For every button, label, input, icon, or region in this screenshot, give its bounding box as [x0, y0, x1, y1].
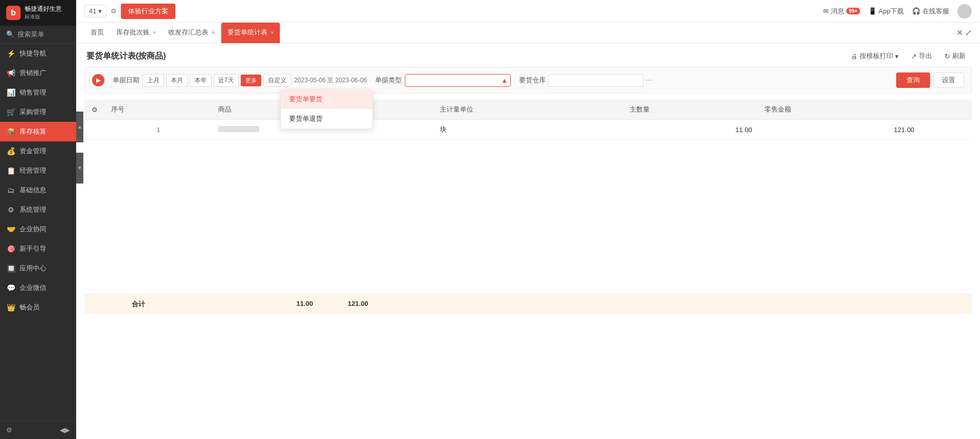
sidebar-item-system[interactable]: ⚙ 系统管理: [0, 200, 76, 220]
sidebar-icon-operations: 📋: [6, 166, 15, 175]
sidebar-item-basic-info[interactable]: 🗂 基础信息: [0, 180, 76, 200]
filter-date-year-btn[interactable]: 本年: [190, 74, 211, 87]
dropdown-item-order-goods[interactable]: 要货单要货: [281, 89, 372, 109]
sidebar-label-enterprise-wechat: 企业微信: [20, 283, 46, 292]
sidebar-icon-finance: 💰: [6, 147, 15, 156]
user-avatar[interactable]: [957, 4, 972, 19]
tab-order-summary[interactable]: 要货单统计表×: [221, 23, 280, 43]
footer-qty: 11.00: [296, 300, 348, 309]
tab-home[interactable]: 首页: [84, 23, 110, 43]
filter-query-btn[interactable]: 查询: [896, 72, 930, 88]
store-selector[interactable]: 41 ▾: [84, 5, 106, 17]
tab-close-all-icon[interactable]: ✕: [956, 28, 963, 38]
sidebar-scroll-down[interactable]: ▼: [76, 153, 83, 184]
sidebar-scroll-up[interactable]: ▲: [76, 112, 83, 142]
sidebar-item-app-center[interactable]: 🔲 应用中心: [0, 259, 76, 278]
sidebar-label-guide: 新手引导: [20, 244, 46, 253]
filter-date-7days-btn[interactable]: 近7天: [213, 74, 239, 87]
filter-date-up-btn[interactable]: 上月: [142, 74, 164, 87]
sidebar-icon-guide: 🎯: [6, 244, 15, 253]
th-num: 序号: [105, 100, 212, 120]
data-table: ⚙ 序号 商品 主计量单位 主数量 零售金额 1 块 11.00: [84, 100, 972, 140]
page-actions: 🖨 按模板打印 ▾ ↗ 导出 ↻ 刷新: [847, 49, 970, 63]
page-header: 要货单统计表(按商品) 🖨 按模板打印 ▾ ↗ 导出 ↻ 刷新: [76, 43, 980, 67]
print-btn[interactable]: 🖨 按模板打印 ▾: [847, 49, 903, 63]
filter-action-btns: 查询 设置: [896, 72, 964, 88]
tab-close-order-summary[interactable]: ×: [271, 29, 274, 35]
sidebar-item-operations[interactable]: 📋 经营管理: [0, 161, 76, 180]
sidebar-item-finance[interactable]: 💰 资金管理: [0, 141, 76, 161]
table-body: 1 块 11.00 121.00: [84, 120, 972, 140]
export-btn[interactable]: ↗ 导出: [907, 49, 936, 63]
filter-type-select[interactable]: ▲: [405, 74, 511, 87]
th-settings[interactable]: ⚙: [84, 100, 105, 120]
td-amount-0: 121.00: [758, 120, 920, 140]
filter-more-icon[interactable]: ···: [646, 76, 652, 85]
filter-warehouse-input[interactable]: [548, 74, 644, 87]
sidebar-search-label: 搜索菜单: [17, 30, 44, 39]
page-title: 要货单统计表(按商品): [86, 51, 166, 62]
sidebar-bottom: ⚙ ◀▶: [0, 420, 76, 439]
th-unit: 主计量单位: [434, 100, 623, 120]
sidebar-item-enterprise-wechat[interactable]: 💬 企业微信: [0, 278, 76, 298]
sidebar-settings-icon[interactable]: ⚙: [6, 426, 12, 434]
sidebar-label-enterprise-collab: 企业协同: [20, 225, 46, 234]
tab-inventory-batch[interactable]: 库存批次账×: [110, 23, 162, 43]
filter-expand-btn[interactable]: ▶: [92, 74, 104, 86]
tab-close-inventory-batch[interactable]: ×: [153, 29, 156, 35]
filter-settings-btn[interactable]: 设置: [933, 72, 964, 88]
app-download-btn[interactable]: 📱 App下载: [868, 7, 904, 16]
topbar-left: 41 ▾ ⚙ 体验行业方案: [84, 4, 817, 19]
sidebar-item-quick-nav[interactable]: ⚡ 快捷导航: [0, 44, 76, 63]
messages-label: 消息: [831, 7, 844, 16]
sidebar-icon-basic-info: 🗂: [6, 186, 15, 195]
sidebar-item-membership[interactable]: 👑 畅会员: [0, 298, 76, 317]
table-wrap: ⚙ 序号 商品 主计量单位 主数量 零售金额 1 块 11.00: [76, 100, 980, 140]
sidebar-item-marketing[interactable]: 📢 营销推广: [0, 63, 76, 83]
sidebar-icon-membership: 👑: [6, 303, 15, 312]
refresh-btn[interactable]: ↻ 刷新: [940, 49, 970, 63]
filter-warehouse-group: 要货仓库 ···: [519, 74, 652, 87]
tabs-actions: ✕ ⤢: [956, 28, 972, 38]
search-icon: 🔍: [6, 30, 14, 38]
sidebar-collapse-icon[interactable]: ◀▶: [60, 426, 70, 434]
tab-close-recv-send-summary[interactable]: ×: [211, 29, 215, 35]
sidebar-item-inventory[interactable]: 📦 库存核算: [0, 122, 76, 141]
filter-date-custom-btn[interactable]: 自定义: [263, 74, 291, 87]
footer-amount: 121.00: [348, 300, 399, 309]
topbar-settings-icon[interactable]: ⚙: [111, 7, 117, 15]
th-qty: 主数量: [623, 100, 758, 120]
tab-maximize-icon[interactable]: ⤢: [965, 28, 972, 38]
sidebar-item-guide[interactable]: 🎯 新手引导: [0, 239, 76, 259]
td-extra-0: [920, 120, 972, 140]
app-logo: b 畅捷通好生意 标准版: [0, 0, 76, 26]
topbar-right: ✉ 消息 99+ 📱 App下载 🎧 在线客服: [823, 4, 972, 19]
sidebar-item-purchase[interactable]: 🛒 采购管理: [0, 102, 76, 122]
sidebar-item-sales[interactable]: 📊 销售管理: [0, 83, 76, 102]
dropdown-item-order-return[interactable]: 要货单退货: [281, 109, 372, 129]
sidebar-item-enterprise-collab[interactable]: 🤝 企业协同: [0, 220, 76, 239]
app-download-label: App下载: [879, 7, 904, 16]
footer-label: 合计: [132, 300, 235, 309]
sidebar-icon-enterprise-wechat: 💬: [6, 283, 15, 292]
filter-type-input[interactable]: [405, 74, 511, 87]
page-content: 要货单统计表(按商品) 🖨 按模板打印 ▾ ↗ 导出 ↻ 刷新: [76, 43, 980, 439]
sidebar: b 畅捷通好生意 标准版 🔍 搜索菜单 ⚡ 快捷导航 📢 营销推广 📊 销售管理…: [0, 0, 76, 439]
topbar: 41 ▾ ⚙ 体验行业方案 ✉ 消息 99+ 📱 App下载 🎧 在线客服: [76, 0, 980, 23]
main-content: 41 ▾ ⚙ 体验行业方案 ✉ 消息 99+ 📱 App下载 🎧 在线客服: [76, 0, 980, 439]
sidebar-icon-enterprise-collab: 🤝: [6, 225, 15, 234]
filter-date-cur-btn[interactable]: 本月: [166, 74, 188, 87]
footer-empty: [91, 300, 132, 309]
page: 要货单统计表(按商品) 🖨 按模板打印 ▾ ↗ 导出 ↻ 刷新: [76, 43, 980, 439]
table-footer: 合计 11.00 121.00: [84, 294, 972, 314]
tab-recv-send-summary[interactable]: 收发存汇总表×: [162, 23, 221, 43]
print-icon: 🖨: [851, 52, 858, 60]
messages-btn[interactable]: ✉ 消息 99+: [823, 7, 860, 16]
sidebar-icon-quick-nav: ⚡: [6, 49, 15, 58]
online-service-btn[interactable]: 🎧 在线客服: [912, 7, 949, 16]
industry-btn[interactable]: 体验行业方案: [121, 4, 175, 19]
sidebar-search[interactable]: 🔍 搜索菜单: [0, 26, 76, 44]
sidebar-icon-app-center: 🔲: [6, 264, 15, 273]
footer-unit-empty: [235, 300, 296, 309]
filter-date-more-btn[interactable]: 更多: [241, 75, 261, 86]
